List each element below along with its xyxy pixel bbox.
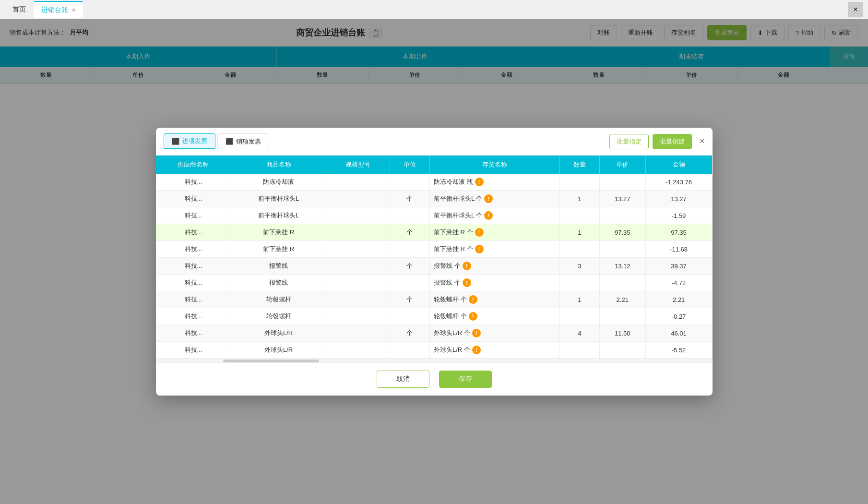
cell-amount: 39.37 <box>645 258 712 275</box>
cell-product-name: 轮毂螺杆 <box>231 291 326 308</box>
batch-create-button[interactable]: 批量创建 <box>653 134 692 149</box>
warning-icon: ! <box>484 194 493 203</box>
cell-spec <box>326 241 390 258</box>
modal-close-button[interactable]: × <box>700 136 705 146</box>
cell-supplier: 科技... <box>156 275 231 291</box>
cell-qty: 1 <box>559 224 599 241</box>
cell-unit-price: 97.35 <box>599 224 645 241</box>
incoming-invoice-icon: ⬛ <box>172 138 179 145</box>
cell-inventory-name: 前平衡杆球头L 个! <box>429 191 559 207</box>
modal-header-actions: 批量指定 批量创建 <box>609 134 692 149</box>
cell-supplier: 科技... <box>156 291 231 308</box>
modal-tabs: ⬛ 进项发票 ⬛ 销项发票 <box>164 133 269 149</box>
cell-unit-price: 13.27 <box>599 191 645 207</box>
modal-dialog: ⬛ 进项发票 ⬛ 销项发票 批量指定 批量创建 × <box>156 128 713 396</box>
modal-table: 供应商名称 商品名称 规格型号 单位 存货名称 数量 单价 金额 科技...防冻… <box>156 156 713 359</box>
outgoing-invoice-icon: ⬛ <box>226 138 233 145</box>
col-product-name: 商品名称 <box>231 156 326 174</box>
cell-qty <box>559 207 599 224</box>
cell-qty <box>559 275 599 291</box>
cell-inventory-name: 报警线 个! <box>429 258 559 275</box>
cell-spec <box>326 325 390 342</box>
cell-supplier: 科技... <box>156 224 231 241</box>
table-row: 科技...前下悬挂 R个前下悬挂 R 个!197.3597.35 <box>156 224 713 241</box>
cell-product-name: 前下悬挂 R <box>231 224 326 241</box>
cell-product-name: 报警线 <box>231 258 326 275</box>
warning-icon: ! <box>469 312 477 321</box>
warning-icon: ! <box>475 228 484 237</box>
col-unit-price: 单价 <box>599 156 645 174</box>
cell-spec <box>326 342 390 359</box>
cell-supplier: 科技... <box>156 308 231 325</box>
warning-icon: ! <box>463 262 471 270</box>
tab-outgoing-invoice[interactable]: ⬛ 销项发票 <box>217 133 269 149</box>
cell-unit-price: 11.50 <box>599 325 645 342</box>
cell-amount: -11.68 <box>645 241 712 258</box>
main-content: 销售成本计算方法： 月平均 商贸企业进销台账 📋 对账 重新开账 存货别名 生成… <box>0 19 868 504</box>
cell-amount: 46.01 <box>645 325 712 342</box>
cell-supplier: 科技... <box>156 258 231 275</box>
window-close-button[interactable]: × <box>848 2 863 17</box>
warning-icon: ! <box>472 346 481 354</box>
cell-product-name: 外球头L/R <box>231 325 326 342</box>
scrollbar-thumb <box>223 360 319 362</box>
cell-inventory-name: 报警线 个! <box>429 275 559 291</box>
cell-inventory-name: 外球头L/R 个! <box>429 342 559 359</box>
cell-unit <box>390 275 429 291</box>
cell-unit: 个 <box>390 258 429 275</box>
cell-inventory-name: 前下悬挂 R 个! <box>429 241 559 258</box>
cell-unit <box>390 174 429 191</box>
cell-supplier: 科技... <box>156 325 231 342</box>
modal-table-wrapper[interactable]: 供应商名称 商品名称 规格型号 单位 存货名称 数量 单价 金额 科技...防冻… <box>156 156 713 359</box>
cell-unit-price <box>599 241 645 258</box>
cell-spec <box>326 275 390 291</box>
cell-unit: 个 <box>390 191 429 207</box>
tab-bar: 首页 进销台账 × × <box>0 0 868 19</box>
cell-unit-price <box>599 308 645 325</box>
table-row: 科技...前平衡杆球头L个前平衡杆球头L 个!113.2713.27 <box>156 191 713 207</box>
cell-product-name: 前下悬挂 R <box>231 241 326 258</box>
horizontal-scrollbar[interactable] <box>156 359 713 362</box>
cell-spec <box>326 174 390 191</box>
cell-amount: 2.21 <box>645 291 712 308</box>
col-spec: 规格型号 <box>326 156 390 174</box>
cell-spec <box>326 207 390 224</box>
cell-amount: -1.59 <box>645 207 712 224</box>
cell-supplier: 科技... <box>156 174 231 191</box>
cell-inventory-name: 防冻冷却液 瓶! <box>429 174 559 191</box>
col-qty: 数量 <box>559 156 599 174</box>
cell-unit-price <box>599 342 645 359</box>
cell-unit: 个 <box>390 325 429 342</box>
modal-overlay: ⬛ 进项发票 ⬛ 销项发票 批量指定 批量创建 × <box>0 19 868 504</box>
cell-qty: 1 <box>559 291 599 308</box>
cancel-button[interactable]: 取消 <box>377 371 429 388</box>
cell-supplier: 科技... <box>156 241 231 258</box>
cell-unit <box>390 241 429 258</box>
tab-ledger[interactable]: 进销台账 × <box>34 1 83 18</box>
batch-assign-button[interactable]: 批量指定 <box>609 134 649 149</box>
cell-amount: -4.72 <box>645 275 712 291</box>
save-button[interactable]: 保存 <box>439 371 492 388</box>
table-row: 科技...前平衡杆球头L前平衡杆球头L 个!-1.59 <box>156 207 713 224</box>
cell-product-name: 外球头L/R <box>231 342 326 359</box>
cell-qty <box>559 308 599 325</box>
table-row: 科技...防冻冷却液防冻冷却液 瓶!-1,243.76 <box>156 174 713 191</box>
col-supplier: 供应商名称 <box>156 156 231 174</box>
warning-icon: ! <box>475 178 484 186</box>
cell-inventory-name: 外球头L/R 个! <box>429 325 559 342</box>
tab-close-icon[interactable]: × <box>72 7 75 13</box>
cell-inventory-name: 前下悬挂 R 个! <box>429 224 559 241</box>
cell-amount: 13.27 <box>645 191 712 207</box>
modal-footer: 取消 保存 <box>156 362 713 396</box>
tab-home[interactable]: 首页 <box>5 1 34 18</box>
cell-unit-price <box>599 275 645 291</box>
cell-amount: -1,243.76 <box>645 174 712 191</box>
cell-amount: -5.52 <box>645 342 712 359</box>
cell-product-name: 报警线 <box>231 275 326 291</box>
col-inventory-name: 存货名称 <box>429 156 559 174</box>
table-header-row: 供应商名称 商品名称 规格型号 单位 存货名称 数量 单价 金额 <box>156 156 713 174</box>
warning-icon: ! <box>472 329 481 337</box>
tab-incoming-invoice[interactable]: ⬛ 进项发票 <box>164 133 215 149</box>
cell-qty: 1 <box>559 191 599 207</box>
cell-spec <box>326 224 390 241</box>
